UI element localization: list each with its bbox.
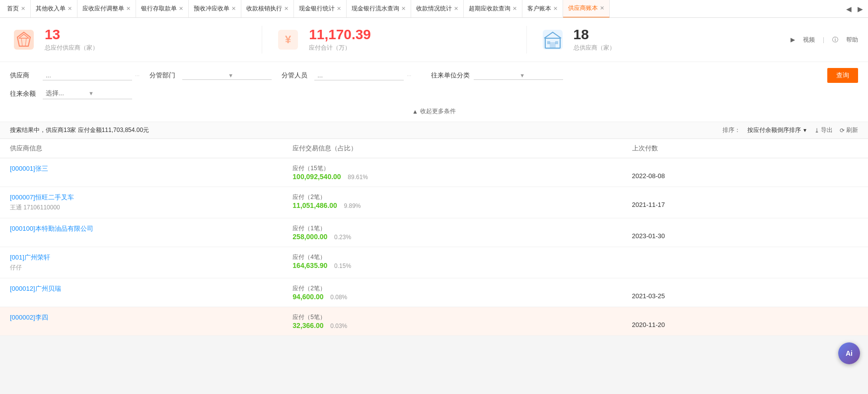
tab-close-icon[interactable]: ✕ xyxy=(454,5,458,12)
tab-close-icon[interactable]: ✕ xyxy=(68,5,72,12)
supplier-link[interactable]: [001]广州荣轩 xyxy=(10,254,50,261)
supplier-cell: [000007]恒旺二手叉车 王通 17106110000 xyxy=(10,193,292,212)
summary-right-links: ▶ 视频 | ⓘ 帮助 xyxy=(791,36,858,44)
sort-select[interactable]: 按应付余额倒序排序 ▼ xyxy=(747,126,807,134)
collapse-button[interactable]: ▲ 收起更多条件 xyxy=(10,104,858,120)
total-payable-suppliers-num: 13 xyxy=(45,27,98,43)
tab-close-icon[interactable]: ✕ xyxy=(553,5,558,12)
tab-close-icon[interactable]: ✕ xyxy=(126,5,131,12)
total-payable-amount-num: 11,170.39 xyxy=(309,27,371,43)
trans-label: 应付（2笔） xyxy=(292,284,632,293)
nav-tab-ar-adjust[interactable]: 应收应付调整单✕ xyxy=(77,0,136,18)
trans-amount-row: 100,092,540.00 89.61% xyxy=(292,173,632,181)
supplier-cell: [000012]广州贝瑞 xyxy=(10,284,292,293)
table-row: [000001]张三 应付（15笔） 100,092,540.00 89.61%… xyxy=(0,158,868,187)
trans-label: 应付（4笔） xyxy=(292,253,632,262)
category-chevron-icon: ▼ xyxy=(519,72,560,78)
tab-label: 应收应付调整单 xyxy=(82,4,124,13)
nav-tab-cash-bank-stat[interactable]: 现金银行统计✕ xyxy=(294,0,347,18)
last-pay-date: 2022-08-08 xyxy=(632,164,858,180)
supplier-link[interactable]: [000100]本特勤油品有限公司 xyxy=(10,225,93,232)
tab-label: 现金银行统计 xyxy=(299,4,335,13)
nav-tab-bank-deposit[interactable]: 银行存取款单✕ xyxy=(136,0,189,18)
trans-percent: 0.08% xyxy=(330,294,347,301)
nav-tab-receipt-stat[interactable]: 收款情况统计✕ xyxy=(411,0,464,18)
nav-prev-arrow[interactable]: ◀ xyxy=(843,0,855,18)
table-row: [000100]本特勤油品有限公司 应付（1笔） 258,000.00 0.23… xyxy=(0,218,868,247)
filter-area: 供应商 ··· 分管部门 ▼ 分管人员 ··· 往来单位分类 ▼ 查询 xyxy=(0,62,868,122)
video-link[interactable]: 视频 xyxy=(803,36,815,44)
supplier-link[interactable]: [000007]恒旺二手叉车 xyxy=(10,194,74,201)
category-filter-field: 往来单位分类 ▼ xyxy=(431,71,563,80)
trans-amount-row: 94,600.00 0.08% xyxy=(292,293,632,301)
trans-amount: 11,051,486.00 xyxy=(292,201,337,209)
dept-chevron-icon: ▼ xyxy=(228,72,269,78)
supplier-filter-field: 供应商 ··· xyxy=(10,70,140,80)
summary-bar: 13 总应付供应商（家） ¥ 11,170.39 应付合计（万） xyxy=(0,18,868,62)
nav-tab-cash-bank-flow[interactable]: 现金银行流水查询✕ xyxy=(347,0,411,18)
nav-tab-supplier-account[interactable]: 供应商账本✕ xyxy=(563,0,610,18)
tab-close-icon[interactable]: ✕ xyxy=(231,5,236,12)
tab-close-icon[interactable]: ✕ xyxy=(512,5,517,12)
supplier-link[interactable]: [000001]张三 xyxy=(10,165,48,172)
tab-label: 首页 xyxy=(7,4,19,13)
dept-filter-select[interactable]: ▼ xyxy=(182,71,272,80)
nav-tab-prepay-offset[interactable]: 预收冲应收单✕ xyxy=(189,0,241,18)
svg-rect-11 xyxy=(547,41,550,44)
sort-label: 排序： xyxy=(723,126,740,134)
transaction-cell: 应付（4笔） 164,635.90 0.15% xyxy=(292,253,632,269)
category-filter-select[interactable]: ▼ xyxy=(474,71,563,80)
balance-filter-label: 往来余额 xyxy=(10,89,40,98)
nav-tab-overdue-query[interactable]: 超期应收款查询✕ xyxy=(464,0,522,18)
supplier-cell: [000100]本特勤油品有限公司 xyxy=(10,224,292,233)
svg-text:¥: ¥ xyxy=(285,33,291,46)
tab-label: 超期应收款查询 xyxy=(469,4,510,13)
col-header-lastpay: 上次付数 xyxy=(632,144,858,153)
supplier-link[interactable]: [000002]李四 xyxy=(10,314,48,321)
top-nav: 首页✕其他收入单✕应收应付调整单✕银行存取款单✕预收冲应收单✕收款核销执行✕现金… xyxy=(0,0,868,18)
video-icon: ▶ xyxy=(791,36,795,43)
last-pay-date: 2021-11-17 xyxy=(632,193,858,208)
supplier-link[interactable]: [000012]广州贝瑞 xyxy=(10,285,61,292)
help-link[interactable]: 帮助 xyxy=(846,36,858,44)
nav-tab-other-income[interactable]: 其他收入单✕ xyxy=(31,0,77,18)
tab-label: 银行存取款单 xyxy=(141,4,177,13)
filter-row-2: 往来余额 选择... ▼ xyxy=(10,88,858,99)
tab-close-icon[interactable]: ✕ xyxy=(600,5,604,11)
category-filter-label: 往来单位分类 xyxy=(431,71,471,80)
balance-filter-field: 往来余额 选择... ▼ xyxy=(10,88,132,99)
table-row: [000012]广州贝瑞 应付（2笔） 94,600.00 0.08% 2021… xyxy=(0,278,868,307)
supplier-filter-input[interactable] xyxy=(43,70,132,80)
trans-amount-row: 258,000.00 0.23% xyxy=(292,233,632,241)
tab-close-icon[interactable]: ✕ xyxy=(179,5,183,12)
nav-tab-receipt-exec[interactable]: 收款核销执行✕ xyxy=(241,0,294,18)
nav-tab-home[interactable]: 首页✕ xyxy=(2,0,31,18)
tab-close-icon[interactable]: ✕ xyxy=(401,5,406,12)
supplier-filter-dots: ··· xyxy=(135,72,140,78)
query-button[interactable]: 查询 xyxy=(827,68,858,83)
total-suppliers-num: 18 xyxy=(574,27,615,43)
tab-close-icon[interactable]: ✕ xyxy=(284,5,289,12)
person-filter-input[interactable] xyxy=(314,70,404,80)
refresh-button[interactable]: ⟳ 刷新 xyxy=(840,126,858,134)
tab-close-icon[interactable]: ✕ xyxy=(21,5,25,12)
nav-next-arrow[interactable]: ▶ xyxy=(855,0,866,18)
summary-item-total-suppliers: 18 总供应商（家） xyxy=(526,26,791,54)
supplier-name: [000012]广州贝瑞 xyxy=(10,284,292,293)
supplier-name: [000001]张三 xyxy=(10,164,292,173)
trans-label: 应付（15笔） xyxy=(292,164,632,173)
col-header-transaction: 应付交易信息（占比） xyxy=(292,144,632,153)
trans-amount-row: 164,635.90 0.15% xyxy=(292,262,632,269)
balance-filter-select[interactable]: 选择... ▼ xyxy=(43,88,132,99)
last-pay-date: 2020-11-20 xyxy=(632,313,858,328)
trans-amount-row: 32,366.00 0.03% xyxy=(292,322,632,329)
table-row: [000007]恒旺二手叉车 王通 17106110000 应付（2笔） 11,… xyxy=(0,187,868,218)
nav-tab-customer-account[interactable]: 客户账本✕ xyxy=(522,0,563,18)
table-row: [000002]李四 应付（5笔） 32,366.00 0.03% 2020-1… xyxy=(0,307,868,336)
trans-amount: 100,092,540.00 xyxy=(292,173,341,181)
tab-close-icon[interactable]: ✕ xyxy=(337,5,341,12)
trans-label: 应付（5笔） xyxy=(292,313,632,322)
lastpay-cell: 2023-01-30 xyxy=(632,224,858,240)
export-button[interactable]: ⤓ 导出 xyxy=(814,126,833,134)
supplier-table: 供应商信息 应付交易信息（占比） 上次付数 [000001]张三 应付（15笔）… xyxy=(0,139,868,336)
